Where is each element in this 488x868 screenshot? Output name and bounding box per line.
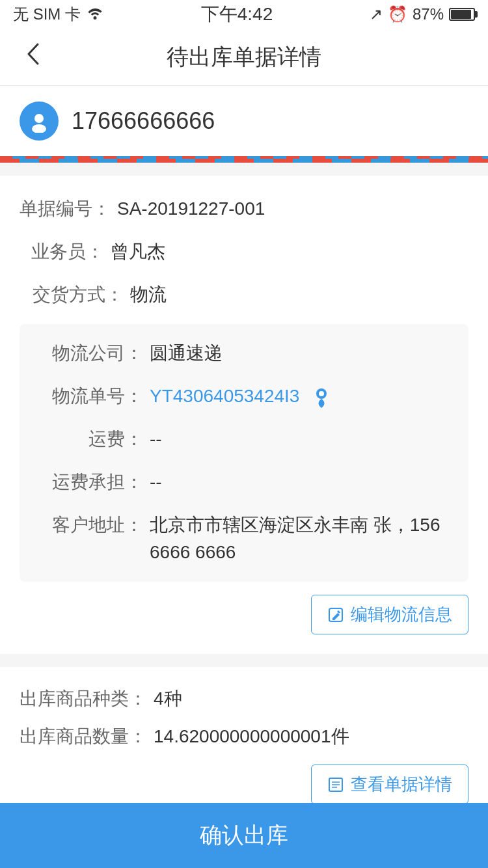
delivery-row: 交货方式： 物流 bbox=[20, 281, 468, 308]
back-button[interactable] bbox=[20, 35, 47, 79]
basic-info-section: 单据编号： SA-20191227-001 业务员： 曾凡杰 交货方式： 物流 … bbox=[0, 176, 488, 654]
customer-phone: 17666666666 bbox=[72, 107, 215, 135]
location-pin-icon[interactable] bbox=[310, 385, 333, 408]
goods-types-row: 出库商品种类： 4种 bbox=[20, 686, 468, 711]
view-detail-button[interactable]: 查看单据详情 bbox=[311, 765, 468, 804]
goods-types-label: 出库商品种类： bbox=[20, 686, 147, 711]
freight-value: -- bbox=[143, 426, 449, 453]
freight-bear-value: -- bbox=[143, 468, 449, 496]
delivery-label: 交货方式： bbox=[20, 281, 124, 308]
salesman-label: 业务员： bbox=[20, 238, 104, 265]
carrier-label: 无 SIM 卡 bbox=[13, 4, 81, 25]
status-bar-left: 无 SIM 卡 bbox=[13, 4, 104, 25]
company-label: 物流公司： bbox=[39, 340, 143, 367]
company-value: 圆通速递 bbox=[143, 340, 449, 367]
battery-percent: 87% bbox=[413, 5, 444, 23]
goods-types-value: 4种 bbox=[147, 686, 468, 711]
logistics-inner-box: 物流公司： 圆通速递 物流单号： YT43064053424I3 bbox=[20, 324, 468, 582]
status-bar-time: 下午4:42 bbox=[201, 2, 273, 27]
salesman-row: 业务员： 曾凡杰 bbox=[20, 238, 468, 265]
dashed-divider bbox=[0, 159, 488, 163]
goods-quantity-value: 14.620000000000001件 bbox=[147, 724, 468, 749]
salesman-value: 曾凡杰 bbox=[104, 238, 468, 265]
svg-point-3 bbox=[319, 391, 324, 396]
delivery-value: 物流 bbox=[124, 281, 468, 308]
nav-bar: 待出库单据详情 bbox=[0, 29, 488, 86]
svg-point-1 bbox=[32, 124, 46, 133]
freight-bear-label: 运费承担： bbox=[39, 468, 143, 496]
customer-header: 17666666666 bbox=[0, 86, 488, 159]
freight-label: 运费： bbox=[39, 426, 143, 453]
battery-icon bbox=[449, 8, 475, 21]
order-num-label: 单据编号： bbox=[20, 195, 111, 223]
address-label: 客户地址： bbox=[39, 511, 143, 539]
goods-info-section: 出库商品种类： 4种 出库商品数量： 14.620000000000001件 查… bbox=[0, 667, 488, 824]
avatar bbox=[20, 102, 59, 141]
freight-row: 运费： -- bbox=[39, 426, 449, 453]
company-row: 物流公司： 圆通速递 bbox=[39, 340, 449, 367]
tracking-row: 物流单号： YT43064053424I3 bbox=[39, 383, 449, 410]
address-row: 客户地址： 北京市市辖区海淀区永丰南 张，156 6666 6666 bbox=[39, 511, 449, 566]
status-bar-right: ↗ ⏰ 87% bbox=[370, 5, 475, 23]
goods-quantity-label: 出库商品数量： bbox=[20, 724, 147, 749]
tracking-label: 物流单号： bbox=[39, 383, 143, 410]
goods-quantity-row: 出库商品数量： 14.620000000000001件 bbox=[20, 724, 468, 749]
tracking-value: YT43064053424I3 bbox=[143, 383, 449, 410]
freight-bear-row: 运费承担： -- bbox=[39, 468, 449, 496]
page-title: 待出库单据详情 bbox=[167, 42, 321, 72]
order-num-value: SA-20191227-001 bbox=[111, 195, 468, 223]
svg-point-0 bbox=[34, 114, 44, 123]
view-detail-button-container: 查看单据详情 bbox=[20, 765, 468, 804]
status-bar: 无 SIM 卡 下午4:42 ↗ ⏰ 87% bbox=[0, 0, 488, 29]
order-num-row: 单据编号： SA-20191227-001 bbox=[20, 195, 468, 223]
address-value: 北京市市辖区海淀区永丰南 张，156 6666 6666 bbox=[143, 511, 449, 566]
location-icon: ↗ bbox=[370, 5, 383, 23]
confirm-button[interactable]: 确认出库 bbox=[0, 803, 488, 868]
wifi-icon bbox=[86, 5, 104, 23]
edit-logistics-button[interactable]: 编辑物流信息 bbox=[311, 595, 468, 634]
edit-logistics-button-container: 编辑物流信息 bbox=[20, 595, 468, 634]
alarm-icon: ⏰ bbox=[388, 5, 407, 23]
